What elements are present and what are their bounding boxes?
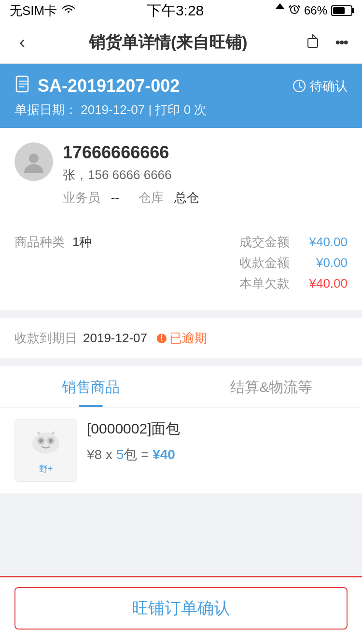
- warehouse-info: 仓库 总仓: [139, 189, 199, 206]
- unit: 包: [124, 447, 137, 462]
- customer-phone: 17666666666: [63, 142, 348, 163]
- product-section: 野+ [0000002]面包 ¥8 x 5包 = ¥40: [0, 407, 362, 493]
- customer-meta: 业务员 -- 仓库 总仓: [63, 189, 348, 206]
- order-icon: [14, 75, 32, 97]
- status-bar-time: 下午3:28: [147, 1, 204, 21]
- due-label: 收款到期日: [14, 330, 77, 347]
- product-code: [0000002]: [87, 420, 151, 436]
- battery-fill: [333, 7, 345, 14]
- product-info: [0000002]面包 ¥8 x 5包 = ¥40: [87, 419, 348, 464]
- overdue-dot: !: [157, 334, 167, 343]
- received-value: ¥0.00: [299, 255, 348, 270]
- customer-name: 张，156 6666 6666: [63, 167, 348, 183]
- product-name: [0000002]面包: [87, 419, 348, 439]
- print-count: 0: [184, 102, 191, 117]
- tabs-header: 销售商品 结算&物流等: [0, 366, 362, 407]
- equals: =: [137, 447, 153, 462]
- quantity: 5: [116, 447, 124, 462]
- due-date: 2019-12-07: [83, 331, 147, 346]
- header-card: SA-20191207-002 待确认 单据日期： 2019-12-07 | 打…: [0, 64, 362, 128]
- received-row: 收款金额 ¥0.00: [239, 254, 348, 271]
- customer-summary-card: 17666666666 张，156 6666 6666 业务员 -- 仓库 总仓…: [0, 128, 362, 310]
- tabs-section: 销售商品 结算&物流等 野+: [0, 366, 362, 493]
- share-icon[interactable]: [306, 32, 323, 53]
- avatar: [14, 142, 53, 181]
- status-bar: 无SIM卡 下午3:28 66%: [0, 0, 362, 21]
- print-separator: | 打印: [148, 102, 180, 117]
- overdue-text: 已逾期: [169, 330, 207, 347]
- battery-percent: 66%: [304, 4, 327, 17]
- product-price-line: ¥8 x 5包 = ¥40: [87, 446, 348, 464]
- carrier-text: 无SIM卡: [10, 2, 57, 19]
- svg-point-5: [32, 433, 59, 454]
- order-date-line: 单据日期： 2019-12-07 | 打印 0 次: [14, 101, 348, 118]
- nav-actions: •••: [306, 32, 348, 53]
- order-id-text: SA-20191207-002: [38, 76, 180, 96]
- customer-info: 17666666666 张，156 6666 6666 业务员 -- 仓库 总仓: [63, 142, 348, 206]
- warehouse-value: 总仓: [174, 190, 199, 205]
- product-item: 野+ [0000002]面包 ¥8 x 5包 = ¥40: [14, 419, 348, 482]
- type-label: 商品种类: [14, 234, 65, 251]
- summary-section: 商品种类 1种 成交金额 ¥40.00 收款金额 ¥0.00 本单欠款 ¥40.…: [14, 220, 348, 296]
- due-section: 收款到期日 2019-12-07 ! 已逾期: [0, 318, 362, 358]
- total: ¥40: [153, 447, 175, 462]
- confirm-button[interactable]: 旺铺订单确认: [14, 587, 348, 630]
- print-unit: 次: [194, 102, 207, 117]
- svg-point-9: [49, 439, 53, 443]
- wifi-icon: [62, 3, 75, 18]
- date-label: 单据日期：: [14, 102, 77, 117]
- overdue-badge: ! 已逾期: [157, 330, 207, 347]
- svg-rect-1: [308, 39, 318, 47]
- warehouse-label: 仓库: [139, 190, 164, 205]
- status-badge: 待确认: [292, 78, 348, 95]
- received-label: 收款金额: [239, 254, 290, 271]
- amount-value: ¥40.00: [299, 235, 348, 250]
- product-name-text: 面包: [151, 420, 180, 436]
- product-thumb-owl: 野+: [29, 426, 63, 475]
- more-icon[interactable]: •••: [335, 34, 348, 51]
- balance-row: 本单欠款 ¥40.00: [239, 275, 348, 292]
- type-value: 1种: [72, 234, 92, 251]
- page-title: 销货单详情(来自旺铺): [89, 31, 248, 54]
- product-thumbnail: 野+: [14, 419, 77, 482]
- tab-settlement[interactable]: 结算&物流等: [181, 366, 362, 407]
- sales-value: --: [111, 190, 119, 205]
- summary-right: 成交金额 ¥40.00 收款金额 ¥0.00 本单欠款 ¥40.00: [239, 234, 348, 296]
- balance-label: 本单欠款: [239, 275, 290, 292]
- customer-section: 17666666666 张，156 6666 6666 业务员 -- 仓库 总仓: [14, 142, 348, 220]
- sales-info: 业务员 --: [63, 189, 119, 206]
- amount-label: 成交金额: [239, 234, 290, 251]
- alarm-icon: [289, 3, 300, 18]
- tab-sales[interactable]: 销售商品: [0, 366, 181, 407]
- brand-text: 野+: [29, 463, 63, 475]
- svg-point-8: [39, 439, 43, 443]
- status-bar-right: 66%: [275, 3, 352, 18]
- price-label: ¥8 x: [87, 447, 116, 462]
- summary-left: 商品种类 1种: [14, 234, 92, 251]
- confirm-btn-container: 旺铺订单确认: [0, 576, 362, 644]
- nav-bar: ‹ 销货单详情(来自旺铺) •••: [0, 21, 362, 64]
- svg-point-4: [29, 154, 39, 163]
- back-button[interactable]: ‹: [14, 28, 30, 57]
- status-text: 待确认: [310, 78, 348, 95]
- order-id: SA-20191207-002: [14, 75, 180, 97]
- battery-icon: [331, 5, 352, 16]
- order-date: 2019-12-07: [81, 102, 145, 117]
- amount-row: 成交金额 ¥40.00: [239, 234, 348, 251]
- sales-label: 业务员: [63, 190, 100, 205]
- location-icon: [275, 3, 285, 18]
- balance-value: ¥40.00: [299, 276, 348, 291]
- status-bar-left: 无SIM卡: [10, 2, 75, 19]
